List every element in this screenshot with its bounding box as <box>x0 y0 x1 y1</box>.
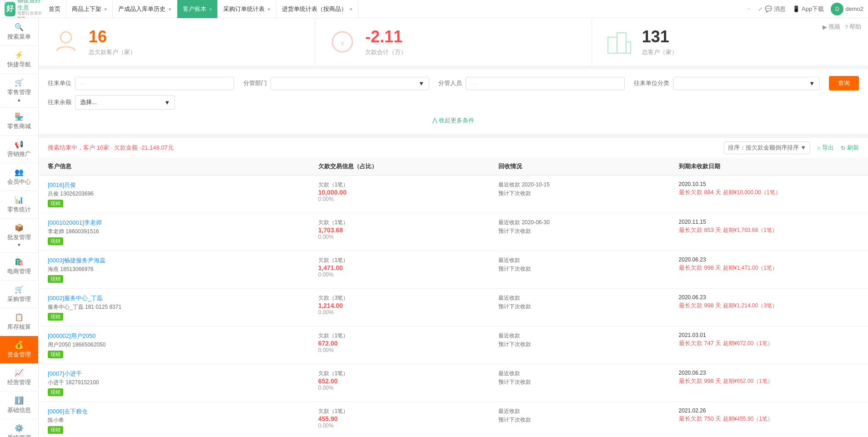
overdue-amount-icon: ¥ <box>329 28 356 55</box>
tab-products-off[interactable]: 商品上下架 × <box>66 0 113 18</box>
tab-customer-account[interactable]: 客户账本 × <box>177 0 218 18</box>
sidebar-item-finance[interactable]: 💰 资金管理 <box>0 336 38 364</box>
customer-tag: 现销 <box>48 351 63 358</box>
tab-purchase-order[interactable]: 采购订单统计表 × <box>218 0 276 18</box>
sidebar-item-purchase-mgmt[interactable]: 🛒 采购管理 <box>0 281 38 308</box>
batch-mgmt-icon: 📦 <box>2 223 36 232</box>
customer-name-link[interactable]: [0003]畅捷服务尹海蕊 <box>48 256 318 265</box>
refresh-button[interactable]: ↻ 刷新 <box>841 144 859 152</box>
export-button[interactable]: ○ 导出 <box>817 144 834 152</box>
tab-close-purchase-order[interactable]: × <box>267 6 270 12</box>
balance-select[interactable]: 选择... ▼ <box>75 95 175 110</box>
manager-input[interactable]: ··· <box>466 77 625 90</box>
tab-close-products-off[interactable]: × <box>104 6 107 12</box>
sidebar-item-operations[interactable]: 📈 经营管理 <box>0 364 38 392</box>
customer-phone: 李老师 18600391516 <box>48 228 318 236</box>
sort-select[interactable]: 排序：按欠款金额倒序排序 ▼ <box>724 141 810 154</box>
overdue-info: 2020.06.23 最长欠款 998 天 超期¥1,471.00（1笔） <box>679 256 859 272</box>
customer-phone: 小进千 18279152100 <box>48 379 318 387</box>
unit-class-select[interactable]: ▼ <box>673 77 820 90</box>
debt-count: 欠款（1笔） <box>318 370 498 377</box>
help-button[interactable]: ? 帮助 <box>845 23 861 31</box>
manager-label: 分管人员 <box>438 79 462 87</box>
tab-purchase-stats[interactable]: 进货单统计表（按商品） × <box>276 0 358 18</box>
maximize-button[interactable]: ⤢ <box>756 5 765 14</box>
tab-production-history[interactable]: 产成品入库单历史 × <box>113 0 177 18</box>
overdue-days: 最长欠款 747 天 超期¥672.00（1笔） <box>679 339 859 347</box>
customer-tag: 现销 <box>48 426 63 434</box>
overdue-amount-link[interactable]: 超期¥1,214.00（3笔） <box>723 302 778 309</box>
sidebar-item-retail-mall[interactable]: 🏪 零售商城 <box>0 108 38 136</box>
chevron-down-icon3: ▼ <box>164 99 170 106</box>
minimize-button[interactable]: － <box>744 5 753 14</box>
sidebar-item-retail-mgmt[interactable]: 🛒 零售管理 ▲ <box>0 74 38 108</box>
customer-info: [000002]用户2050 用户2050 18665062050 现销 <box>48 332 318 358</box>
stat-info-total-customers: 131 总客户（家） <box>642 27 854 56</box>
search-button[interactable]: 查询 <box>829 76 859 90</box>
stat-card-overdue-customers: 16 总欠款客户（家） <box>39 18 315 65</box>
debt-amount: 1,471.00 <box>318 264 498 271</box>
tab-home[interactable]: 首页 <box>43 0 66 18</box>
tab-close-customer-account[interactable]: × <box>209 6 212 12</box>
table-row: [000002]用户2050 用户2050 18665062050 现销 欠款（… <box>39 326 868 364</box>
debt-amount: 1,703.68 <box>318 226 498 234</box>
sidebar-item-basic-info[interactable]: ℹ️ 基础信息 <box>0 392 38 419</box>
filter-row-2: 往来余额 选择... ▼ <box>48 95 859 110</box>
collapse-filter-button[interactable]: ⋀ 收起更多条件 <box>48 114 859 127</box>
sidebar-item-ecommerce[interactable]: 🛍️ 电商管理 <box>0 253 38 281</box>
sidebar-item-batch-mgmt[interactable]: 📦 批发管理 ▼ <box>0 219 38 253</box>
sidebar-item-retail-stats[interactable]: 📊 零售统计 <box>0 191 38 219</box>
filter-row-1: 往来单位 ··· 分管部门 ▼ 分管人员 ··· <box>48 76 859 90</box>
sidebar-item-system[interactable]: ⚙️ 系统管理 <box>0 419 38 437</box>
overdue-amount-link[interactable]: 超期¥1,471.00（1笔） <box>723 265 778 271</box>
debt-percent: 0.00% <box>318 271 498 278</box>
customer-name-link[interactable]: [0007]小进千 <box>48 370 318 378</box>
customer-name-link[interactable]: [0001020001]李老师 <box>48 219 318 227</box>
user-menu[interactable]: D demo2 <box>831 3 863 15</box>
recovery-info: 最近收款 预计下次收款 <box>498 294 678 311</box>
sidebar-item-quick-nav[interactable]: ⚡ 快捷导航 <box>0 46 38 74</box>
overdue-amount-link[interactable]: 超期¥672.00（1笔） <box>723 340 773 347</box>
filter-balance: 往来余额 选择... ▼ <box>48 95 175 110</box>
dept-select[interactable]: ▼ <box>271 77 430 90</box>
messages-button[interactable]: 💬 消息 <box>765 5 786 13</box>
balance-label: 往来余额 <box>48 98 71 106</box>
from-unit-input[interactable]: ··· <box>75 77 234 90</box>
app-download-button[interactable]: 📱 App下载 <box>793 5 824 13</box>
export-icon: ○ <box>817 145 821 151</box>
overdue-amount-link[interactable]: 超期¥1,703.68（1笔） <box>723 227 778 233</box>
sidebar-item-inventory[interactable]: 📋 库存核算 <box>0 308 38 336</box>
sidebar: 🔍 搜索菜单 ⚡ 快捷导航 🛒 零售管理 ▲ 🏪 零售商城 📢 营销推广 👥 会… <box>0 18 39 437</box>
sidebar-item-marketing[interactable]: 📢 营销推广 <box>0 136 38 163</box>
customer-tag: 现销 <box>48 275 63 283</box>
table-header: 客户信息 欠款交易信息（占比） 回收情况 到期未收款日期 <box>39 158 868 176</box>
overdue-info: 2020.06.23 最长欠款 998 天 超期¥652.00（1笔） <box>679 370 859 385</box>
customer-name-link[interactable]: [000002]用户2050 <box>48 332 318 340</box>
sidebar-item-members[interactable]: 👥 会员中心 <box>0 163 38 191</box>
overdue-amount-number: -2.11 <box>365 27 577 46</box>
table-row: [0006]去下粮仓 陈小希 现销 欠款（1笔） 455.90 0.00% 最近… <box>39 402 868 437</box>
dept-label: 分管部门 <box>243 79 267 87</box>
overdue-amount-label: 欠款合计（万） <box>365 48 577 56</box>
tab-close-production-history[interactable]: × <box>168 6 171 12</box>
customer-name-link[interactable]: [0006]去下粮仓 <box>48 407 318 416</box>
members-icon: 👥 <box>2 168 36 176</box>
customer-name-link[interactable]: [0002]服务中心_丁磊 <box>48 294 318 302</box>
overdue-amount-link[interactable]: 超期¥455.90（1笔） <box>723 416 773 422</box>
stat-info-overdue-amount: -2.11 欠款合计（万） <box>365 27 577 56</box>
tab-close-purchase-stats[interactable]: × <box>350 6 352 12</box>
overdue-amount-link[interactable]: 超期¥652.00（1笔） <box>723 378 773 384</box>
overdue-info: 2020.10.15 最长欠款 884 天 超期¥10,000.00（1笔） <box>679 181 859 196</box>
overdue-amount-link[interactable]: 超期¥10,000.00（1笔） <box>723 189 781 196</box>
marketing-icon: 📢 <box>2 140 36 149</box>
debt-amount: 672.00 <box>318 340 498 347</box>
quick-nav-icon: ⚡ <box>2 50 36 59</box>
svg-rect-3 <box>608 37 617 53</box>
sidebar-item-search-menu[interactable]: 🔍 搜索菜单 <box>0 18 38 46</box>
last-collection: 最近收款 <box>498 370 678 377</box>
video-button[interactable]: ▶ 视频 <box>823 23 840 31</box>
inventory-icon: 📋 <box>2 313 36 321</box>
customer-name-link[interactable]: [0016]吕俊 <box>48 181 318 189</box>
overdue-days: 最长欠款 853 天 超期¥1,703.68（1笔） <box>679 226 859 234</box>
debt-count: 欠款（1笔） <box>318 332 498 340</box>
